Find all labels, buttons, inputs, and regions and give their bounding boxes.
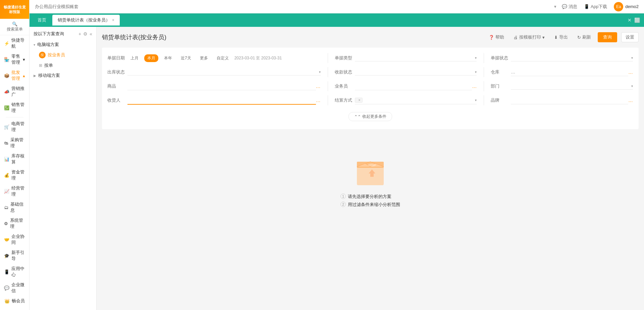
plan-settings-button[interactable]: ⚙ bbox=[83, 31, 88, 37]
message-button[interactable]: 💬 消息 bbox=[562, 4, 577, 10]
date-more-btn[interactable]: 更多 bbox=[197, 54, 211, 62]
goods-dots[interactable]: … bbox=[316, 84, 321, 89]
filter-divider-1 bbox=[328, 53, 328, 63]
date-this-year-btn[interactable]: 本年 bbox=[161, 54, 175, 62]
filter-salesperson: 业务员 … bbox=[335, 82, 477, 90]
settlement-tag: × bbox=[355, 98, 363, 103]
app-download-button[interactable]: 📱 App下载 bbox=[584, 4, 607, 10]
empty-state: 1 请先选择要分析的方案 2 用过滤条件来缩小分析范围 bbox=[102, 133, 639, 230]
salesperson-input[interactable] bbox=[355, 82, 472, 90]
add-plan-button[interactable]: + bbox=[78, 31, 81, 37]
basic-icon: 🗂 bbox=[4, 205, 8, 210]
salesperson-dots[interactable]: … bbox=[472, 84, 477, 89]
help-button[interactable]: ❓ 帮助 bbox=[486, 33, 507, 42]
tab-home[interactable]: 首页 bbox=[32, 15, 52, 25]
sidebar-item-newbie[interactable]: 🎓 新手引导 bbox=[0, 248, 29, 264]
sidebar-item-wholesale[interactable]: 📦 批发管理 ▴ bbox=[0, 67, 29, 84]
recv-status-label: 收款状态 bbox=[335, 69, 355, 75]
salesperson-label: 业务员 bbox=[335, 83, 355, 89]
wholesale-label: 批发管理 bbox=[11, 69, 21, 82]
window-close-icon[interactable]: ✕ bbox=[628, 17, 632, 23]
filter-dept: 部门 ▾ bbox=[491, 83, 633, 90]
sidebar-item-purchase[interactable]: 🛍 采购管理 bbox=[0, 135, 29, 151]
date-range-text: 2023-03-01 至 2023-03-31 bbox=[234, 55, 282, 61]
goods-input[interactable] bbox=[127, 82, 316, 90]
sidebar-divider-1 bbox=[6, 117, 23, 117]
sidebar-item-sales[interactable]: 💹 销售管理 bbox=[0, 100, 29, 116]
consignee-input[interactable] bbox=[127, 96, 316, 105]
window-max-icon[interactable]: ⬜ bbox=[634, 17, 640, 23]
consignee-dots[interactable]: … bbox=[316, 98, 321, 103]
sidebar-item-system[interactable]: ⚙ 系统管理 bbox=[0, 215, 29, 231]
collapse-button[interactable]: ⌃⌃ 收起更多条件 bbox=[348, 112, 392, 121]
collapse-panel-button[interactable]: « bbox=[90, 31, 92, 37]
sidebar-item-finance[interactable]: 💰 资金管理 bbox=[0, 167, 29, 183]
user-profile-button[interactable]: Ea demo2 bbox=[614, 2, 639, 11]
type-select[interactable]: ▾ bbox=[355, 55, 477, 61]
settlement-select[interactable]: × ▾ bbox=[355, 96, 477, 104]
status-label: 单据状态 bbox=[491, 55, 511, 61]
status-select[interactable]: ▾ bbox=[511, 55, 633, 61]
refresh-button[interactable]: ↻ 刷新 bbox=[575, 33, 594, 42]
quicknav-icon: ⚡ bbox=[4, 41, 9, 46]
avatar: Ea bbox=[614, 2, 623, 11]
plan-by-salesperson-label: 按业务员 bbox=[48, 52, 65, 58]
export-button[interactable]: ⬇ 导出 bbox=[551, 33, 571, 42]
print-button[interactable]: 🖨 按模板打印 ▾ bbox=[511, 33, 547, 42]
date-label: 单据日期 bbox=[107, 55, 127, 61]
out-status-select[interactable]: ▾ bbox=[127, 69, 321, 75]
sidebar-search-section[interactable]: 🔍 搜索菜单 bbox=[0, 19, 29, 35]
date-last7-btn[interactable]: 近7天 bbox=[178, 54, 194, 62]
breadcrumb-dropdown[interactable]: ▾ bbox=[554, 4, 556, 9]
filter-goods: 商品 … bbox=[107, 82, 321, 90]
sidebar-item-corpwechat[interactable]: 💬 企业微信 bbox=[0, 280, 29, 296]
system-icon: ⚙ bbox=[4, 221, 8, 226]
brand-input[interactable] bbox=[511, 96, 628, 104]
sidebar-item-basic[interactable]: 🗂 基础信息 bbox=[0, 199, 29, 215]
sidebar: 畅捷通好生意 标报版 🔍 搜索菜单 ⚡ 快捷导航 🏪 零售管理 ▾ 📦 批发管理… bbox=[0, 0, 30, 310]
settings-button[interactable]: 设置 bbox=[621, 32, 639, 42]
sidebar-item-retail[interactable]: 🏪 零售管理 ▾ bbox=[0, 51, 29, 67]
filter-brand: 品牌 … bbox=[491, 96, 633, 104]
warehouse-input[interactable] bbox=[511, 68, 628, 76]
date-last-month-btn[interactable]: 上月 bbox=[127, 54, 142, 62]
page-actions: ❓ 帮助 🖨 按模板打印 ▾ ⬇ 导出 ↻ 刷新 bbox=[486, 32, 639, 42]
sidebar-item-member[interactable]: 👑 畅会员 bbox=[0, 296, 29, 306]
date-custom-btn[interactable]: 自定义 bbox=[214, 54, 232, 62]
sidebar-item-ecommerce[interactable]: 🛒 电商管理 bbox=[0, 119, 29, 135]
member-label: 畅会员 bbox=[12, 298, 25, 304]
date-filter-group: 上月 本月 本年 近7天 更多 自定义 2023-03-01 至 2023-03… bbox=[127, 54, 321, 62]
sidebar-item-quicknav[interactable]: ⚡ 快捷导航 bbox=[0, 35, 29, 51]
query-button[interactable]: 查询 bbox=[598, 32, 617, 42]
filter-row-3: 商品 … 业务员 … 部门 ▾ bbox=[107, 81, 633, 91]
plan-group-mobile: ▶ 移动端方案 bbox=[30, 70, 96, 81]
recv-status-select[interactable]: ▾ bbox=[355, 69, 477, 75]
sidebar-item-marketing[interactable]: 📣 营销推广 bbox=[0, 84, 29, 100]
collapse-up-icon: ⌃⌃ bbox=[354, 114, 361, 119]
plan-item-by-order[interactable]: ⊞ 按单 bbox=[30, 60, 96, 70]
refresh-icon: ↻ bbox=[577, 35, 581, 40]
member-icon: 👑 bbox=[4, 299, 10, 304]
print-dropdown-arrow[interactable]: ▾ bbox=[542, 35, 545, 40]
tab-sales-stats[interactable]: 销货单统计表（按业务员） × bbox=[52, 15, 120, 25]
plan-group-pc: ▾ 电脑端方案 bbox=[30, 40, 96, 50]
settlement-tag-close[interactable]: × bbox=[359, 98, 361, 102]
sidebar-item-operations[interactable]: 📈 经营管理 bbox=[0, 183, 29, 199]
finance-icon: 💰 bbox=[4, 173, 9, 178]
dept-select[interactable]: ▾ bbox=[511, 83, 633, 90]
inventory-label: 库存核算 bbox=[11, 153, 25, 165]
sidebar-item-appcenter[interactable]: 📱 应用中心 bbox=[0, 264, 29, 280]
warehouse-dots[interactable]: … bbox=[628, 69, 633, 75]
empty-illustration bbox=[350, 153, 390, 187]
sidebar-item-enterprise[interactable]: 🤝 企业协同 bbox=[0, 231, 29, 248]
avatar-initials: Ea bbox=[616, 4, 621, 9]
wholesale-icon: 📦 bbox=[4, 73, 9, 78]
finance-label: 资金管理 bbox=[11, 169, 25, 181]
brand-dots[interactable]: … bbox=[628, 98, 633, 103]
main-area: 办公用品行业模拟账套 ▾ 💬 消息 📱 App下载 Ea demo2 首页 bbox=[30, 0, 644, 310]
tab-close-icon[interactable]: × bbox=[112, 18, 114, 22]
sidebar-item-inventory[interactable]: 📊 库存核算 bbox=[0, 151, 29, 167]
date-this-month-btn[interactable]: 本月 bbox=[144, 54, 158, 62]
plan-item-by-salesperson[interactable]: 按 按业务员 bbox=[30, 50, 96, 60]
message-label: 消息 bbox=[569, 4, 577, 10]
